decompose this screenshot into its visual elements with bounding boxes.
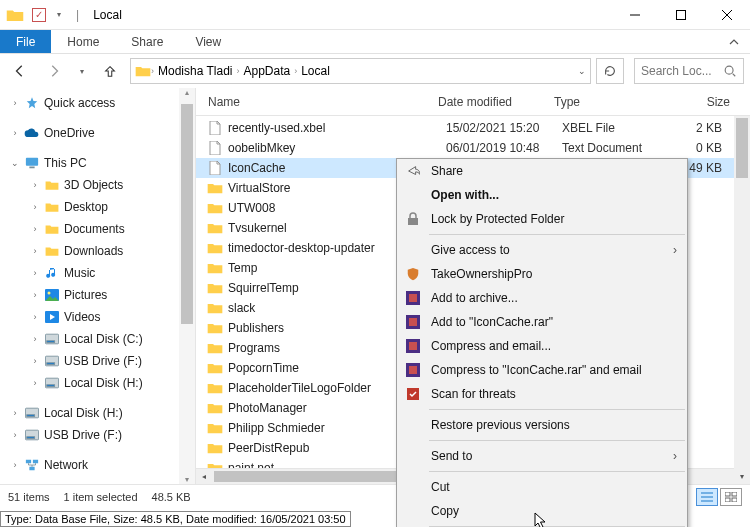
- svg-rect-7: [29, 167, 34, 169]
- menu-item-compress-rar-email[interactable]: Compress to "IconCache.rar" and email: [397, 358, 687, 382]
- menu-item-compress-email[interactable]: Compress and email...: [397, 334, 687, 358]
- vertical-scrollbar[interactable]: ▴ ▾: [734, 116, 750, 484]
- file-icon: [206, 160, 224, 176]
- sidebar-item-onedrive[interactable]: › OneDrive: [0, 122, 195, 144]
- menu-item-open-with[interactable]: Open with...: [397, 183, 687, 207]
- column-header-type[interactable]: Type: [554, 95, 654, 109]
- pc-icon: [24, 155, 40, 171]
- search-placeholder: Search Loc...: [641, 64, 712, 78]
- shield-icon: [403, 264, 423, 284]
- item-icon: [44, 265, 60, 281]
- sidebar-item-network[interactable]: › Network: [0, 454, 195, 476]
- file-name: oobelibMkey: [224, 141, 446, 155]
- menu-item-lock-folder[interactable]: Lock by Protected Folder: [397, 207, 687, 231]
- sidebar-item[interactable]: ›Videos: [0, 306, 195, 328]
- breadcrumb-part[interactable]: Modisha Tladi: [154, 64, 236, 78]
- svg-rect-22: [33, 460, 38, 464]
- minimize-button[interactable]: [612, 0, 658, 30]
- qat-folder-icon[interactable]: [4, 4, 26, 26]
- tab-file[interactable]: File: [0, 30, 51, 53]
- status-selection-size: 48.5 KB: [152, 491, 191, 503]
- winrar-icon: [403, 360, 423, 380]
- menu-item-add-archive[interactable]: Add to archive...: [397, 286, 687, 310]
- svg-rect-14: [47, 363, 55, 365]
- breadcrumb-part[interactable]: AppData: [239, 64, 294, 78]
- navigation-pane: › Quick access › OneDrive ⌄ This PC ›3D …: [0, 88, 196, 484]
- tab-view[interactable]: View: [179, 30, 237, 53]
- sidebar-item[interactable]: ›Local Disk (C:): [0, 328, 195, 350]
- svg-rect-27: [725, 492, 730, 496]
- item-icon: [44, 309, 60, 325]
- forward-button[interactable]: [40, 57, 68, 85]
- menu-item-give-access[interactable]: Give access to ›: [397, 238, 687, 262]
- ribbon-collapse-icon[interactable]: [718, 30, 750, 53]
- folder-icon: [206, 460, 224, 468]
- tab-share[interactable]: Share: [115, 30, 179, 53]
- folder-icon: [206, 320, 224, 336]
- column-header-date[interactable]: Date modified: [438, 95, 554, 109]
- sidebar-item[interactable]: ›USB Drive (F:): [0, 424, 195, 446]
- maximize-button[interactable]: [658, 0, 704, 30]
- sidebar-item[interactable]: ›3D Objects: [0, 174, 195, 196]
- file-icon: [206, 140, 224, 156]
- folder-icon: [206, 400, 224, 416]
- up-button[interactable]: [96, 57, 124, 85]
- svg-rect-21: [26, 460, 31, 464]
- sidebar-item[interactable]: ›Pictures: [0, 284, 195, 306]
- sidebar-item[interactable]: ›Local Disk (H:): [0, 402, 195, 424]
- folder-icon: [206, 340, 224, 356]
- menu-item-share[interactable]: Share: [397, 159, 687, 183]
- sidebar-item[interactable]: ›Local Disk (H:): [0, 372, 195, 394]
- file-row[interactable]: oobelibMkey06/01/2019 10:48Text Document…: [196, 138, 750, 158]
- menu-item-cut[interactable]: Cut: [397, 475, 687, 499]
- status-tooltip: Type: Data Base File, Size: 48.5 KB, Dat…: [0, 511, 351, 527]
- share-icon: [403, 161, 423, 181]
- sidebar-item-this-pc[interactable]: ⌄ This PC: [0, 152, 195, 174]
- search-input[interactable]: Search Loc...: [634, 58, 744, 84]
- sidebar-item[interactable]: ›Downloads: [0, 240, 195, 262]
- qat-properties-icon[interactable]: ✓: [28, 4, 50, 26]
- cloud-icon: [24, 125, 40, 141]
- column-header-size[interactable]: Size: [654, 95, 750, 109]
- item-icon: [44, 177, 60, 193]
- file-row[interactable]: recently-used.xbel15/02/2021 15:20XBEL F…: [196, 118, 750, 138]
- mouse-cursor-icon: [534, 512, 548, 527]
- view-details-button[interactable]: [696, 488, 718, 506]
- svg-rect-12: [47, 341, 55, 343]
- menu-item-send-to[interactable]: Send to ›: [397, 444, 687, 468]
- svg-rect-6: [26, 158, 38, 166]
- sidebar-item[interactable]: ›Documents: [0, 218, 195, 240]
- menu-item-take-ownership[interactable]: TakeOwnershipPro: [397, 262, 687, 286]
- menu-item-scan[interactable]: Scan for threats: [397, 382, 687, 406]
- sidebar-item[interactable]: ›Desktop: [0, 196, 195, 218]
- folder-icon: [206, 200, 224, 216]
- refresh-button[interactable]: [596, 58, 624, 84]
- back-button[interactable]: [6, 57, 34, 85]
- breadcrumb-part[interactable]: Local: [297, 64, 334, 78]
- svg-rect-23: [29, 467, 34, 471]
- menu-item-restore[interactable]: Restore previous versions: [397, 413, 687, 437]
- menu-item-add-rar[interactable]: Add to "IconCache.rar": [397, 310, 687, 334]
- qat-dropdown-icon[interactable]: ▾: [52, 4, 66, 26]
- svg-point-4: [725, 66, 733, 74]
- winrar-icon: [403, 288, 423, 308]
- file-date: 15/02/2021 15:20: [446, 121, 562, 135]
- close-button[interactable]: [704, 0, 750, 30]
- column-header-name[interactable]: Name: [202, 95, 438, 109]
- folder-icon: [206, 380, 224, 396]
- lock-icon: [403, 209, 423, 229]
- tab-home[interactable]: Home: [51, 30, 115, 53]
- svg-rect-31: [408, 218, 418, 225]
- svg-rect-39: [409, 366, 417, 374]
- folder-icon: [206, 280, 224, 296]
- sidebar-item[interactable]: ›USB Drive (F:): [0, 350, 195, 372]
- item-icon: [44, 375, 60, 391]
- recent-locations-button[interactable]: ▾: [74, 57, 90, 85]
- view-icons-button[interactable]: [720, 488, 742, 506]
- sidebar-item[interactable]: ›Music: [0, 262, 195, 284]
- breadcrumb[interactable]: › Modisha Tladi › AppData › Local ⌄: [130, 58, 591, 84]
- star-icon: [24, 95, 40, 111]
- status-item-count: 51 items: [8, 491, 50, 503]
- svg-rect-33: [409, 294, 417, 302]
- sidebar-item-quick-access[interactable]: › Quick access: [0, 92, 195, 114]
